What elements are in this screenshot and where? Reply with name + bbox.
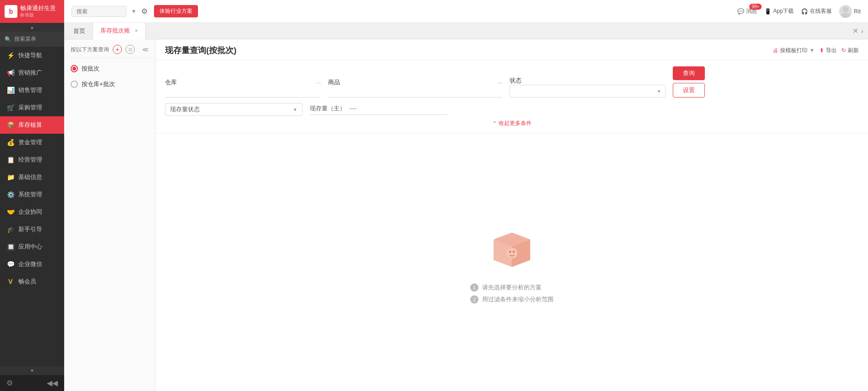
filter-row-2: 现存量状态 ▼ 现存量（主） —	[165, 103, 859, 116]
sidebar-search-item[interactable]: 🔍 搜索菜单	[0, 32, 64, 47]
sidebar-header: b 畅康通好生意 标准版	[0, 0, 64, 23]
topbar-app-download[interactable]: 📱 App下载	[764, 7, 794, 15]
warehouse-more-icon[interactable]: ···	[316, 79, 321, 86]
headset-icon: 🎧	[801, 8, 808, 15]
stock-status-label: 现存量状态	[170, 105, 200, 114]
topbar-search-input[interactable]	[71, 6, 126, 17]
scheme-radio-by-warehouse-batch	[71, 81, 78, 88]
add-scheme-button[interactable]: +	[113, 45, 122, 54]
sidebar-item-label: 快捷导航	[18, 51, 42, 60]
sidebar-item-wechat[interactable]: 💬 企业微信	[0, 255, 64, 273]
enterprise-icon: 🤝	[6, 208, 15, 216]
filter-panel-collapse-button[interactable]: ≪	[142, 46, 149, 53]
refresh-icon: ↻	[841, 47, 846, 54]
topbar-messages[interactable]: 💬 消息 99+	[737, 7, 757, 15]
tab-inventory-batch[interactable]: 库存批次账 ×	[93, 23, 146, 39]
sidebar-item-label: 企业协同	[18, 208, 42, 216]
topbar-online-service[interactable]: 🎧 在线客服	[801, 7, 832, 15]
inventory-icon: 📦	[6, 121, 15, 129]
product-input-area[interactable]	[328, 87, 502, 98]
svg-point-7	[509, 251, 511, 253]
panel-close-button[interactable]: ✕	[852, 27, 858, 35]
tab-home[interactable]: 首页	[64, 23, 93, 39]
tip-text-1: 请先选择要分析的方案	[482, 283, 542, 292]
status-field: 状态 ▼	[510, 76, 665, 98]
filter-panel-title: 按以下方案查询	[71, 46, 109, 54]
page-title: 现存量查询(按批次)	[165, 45, 236, 56]
phone-icon: 📱	[764, 8, 771, 15]
scheme-item-by-batch[interactable]: 按批次	[64, 61, 155, 76]
scheme-item-by-warehouse-batch[interactable]: 按仓库+批次	[64, 76, 155, 92]
filter-panel-header: 按以下方案查询 + ⊙ ≪	[64, 39, 155, 58]
sidebar-item-enterprise[interactable]: 🤝 企业协同	[0, 203, 64, 221]
status-select[interactable]: ▼	[510, 85, 665, 98]
scheme-settings-button[interactable]: ⊙	[126, 45, 135, 54]
warehouse-input-area[interactable]	[165, 87, 321, 98]
topbar: ▼ ⚙ 体验行业方案 💬 消息 99+ 📱 App下载 🎧 在线客服 Ri	[64, 0, 868, 23]
sidebar-item-label: 畅会员	[18, 277, 36, 286]
sidebar-item-label: 应用中心	[18, 243, 42, 251]
filter-bar: 仓库 ··· 商品 ···	[156, 60, 868, 133]
topbar-user[interactable]: Rit	[839, 5, 861, 18]
product-more-icon[interactable]: ···	[497, 79, 502, 86]
sidebar-item-label: 系统管理	[18, 190, 42, 199]
sidebar-item-marketing[interactable]: 📢 营销推广	[0, 64, 64, 81]
stock-status-field: 现存量状态 ▼	[165, 103, 302, 116]
system-icon: ⚙️	[6, 190, 15, 199]
panel-arrow-icon[interactable]: ›	[861, 27, 863, 35]
scheme-label-by-warehouse-batch: 按仓库+批次	[82, 80, 115, 88]
sidebar-item-vip[interactable]: V 畅会员	[0, 273, 64, 290]
query-button[interactable]: 查询	[673, 66, 705, 80]
status-chevron-icon: ▼	[657, 89, 661, 94]
query-actions: 查询 设置	[673, 65, 705, 98]
sidebar-item-label: 库存核算	[18, 121, 42, 129]
sidebar-item-sales[interactable]: 📊 销售管理	[0, 81, 64, 99]
sidebar-item-finance[interactable]: 💰 资金管理	[0, 134, 64, 151]
settings-button[interactable]: 设置	[673, 83, 705, 98]
sidebar-item-basic[interactable]: 📁 基础信息	[0, 168, 64, 186]
collapse-sidebar-icon[interactable]: ◀◀	[47, 379, 58, 387]
page-header: 现存量查询(按批次) 🖨 按模板打印 ▼ ⬆ 导出 ↻ 刷新	[156, 39, 868, 60]
operation-icon: 📋	[6, 156, 15, 164]
experience-button[interactable]: 体验行业方案	[154, 5, 198, 17]
sidebar-item-operation[interactable]: 📋 经营管理	[0, 151, 64, 168]
warehouse-field: 仓库 ···	[165, 78, 321, 98]
status-label: 状态	[510, 76, 522, 85]
sidebar-item-label: 经营管理	[18, 156, 42, 164]
sidebar-scroll-down[interactable]: ▼	[0, 366, 64, 375]
app-version: 标准版	[20, 12, 56, 18]
sidebar-nav: ⚡ 快捷导航 📢 营销推广 📊 销售管理 🛒 采购管理 📦 库存核算 💰 资金管…	[0, 47, 64, 366]
sidebar-item-quick-nav[interactable]: ⚡ 快捷导航	[0, 47, 64, 64]
sidebar-footer: ⚙ ◀◀	[0, 375, 64, 391]
user-avatar	[839, 5, 852, 18]
export-label: 导出	[826, 47, 837, 54]
tab-home-label: 首页	[73, 27, 85, 35]
print-dropdown-icon[interactable]: ▼	[809, 47, 815, 54]
tip-num-2: 2	[470, 295, 478, 304]
topbar-gear-icon[interactable]: ⚙	[141, 7, 148, 16]
export-button[interactable]: ⬆ 导出	[819, 47, 837, 54]
message-icon: 💬	[737, 8, 744, 15]
sidebar-item-newbie[interactable]: 🎓 新手引导	[0, 221, 64, 238]
print-icon: 🖨	[773, 47, 778, 54]
settings-icon[interactable]: ⚙	[6, 379, 13, 387]
page-header-actions: 🖨 按模板打印 ▼ ⬆ 导出 ↻ 刷新	[773, 47, 859, 54]
collapse-conditions-button[interactable]: ⌃ 收起更多条件	[165, 116, 859, 127]
refresh-button[interactable]: ↻ 刷新	[841, 47, 859, 54]
sidebar-item-inventory[interactable]: 📦 库存核算	[0, 116, 64, 134]
sidebar-item-purchase[interactable]: 🛒 采购管理	[0, 99, 64, 116]
product-label: 商品	[328, 78, 340, 87]
sidebar-item-system[interactable]: ⚙️ 系统管理	[0, 186, 64, 203]
stock-status-chevron-icon: ▼	[293, 107, 297, 112]
print-button[interactable]: 🖨 按模板打印 ▼	[773, 47, 815, 54]
sidebar-scroll-up[interactable]: ▲	[0, 23, 64, 32]
topbar-right: 💬 消息 99+ 📱 App下载 🎧 在线客服 Rit	[737, 5, 861, 18]
basic-icon: 📁	[6, 173, 15, 181]
main-area: ▼ ⚙ 体验行业方案 💬 消息 99+ 📱 App下载 🎧 在线客服 Ri	[64, 0, 868, 391]
topbar-chevron-icon[interactable]: ▼	[131, 8, 137, 15]
sidebar-item-label: 营销推广	[18, 69, 42, 77]
stock-status-select[interactable]: 现存量状态 ▼	[165, 103, 302, 116]
tab-bar: 首页 库存批次账 × ✕ ›	[64, 23, 868, 39]
sidebar-item-apps[interactable]: 🔲 应用中心	[0, 238, 64, 255]
tab-close-icon[interactable]: ×	[135, 27, 138, 34]
